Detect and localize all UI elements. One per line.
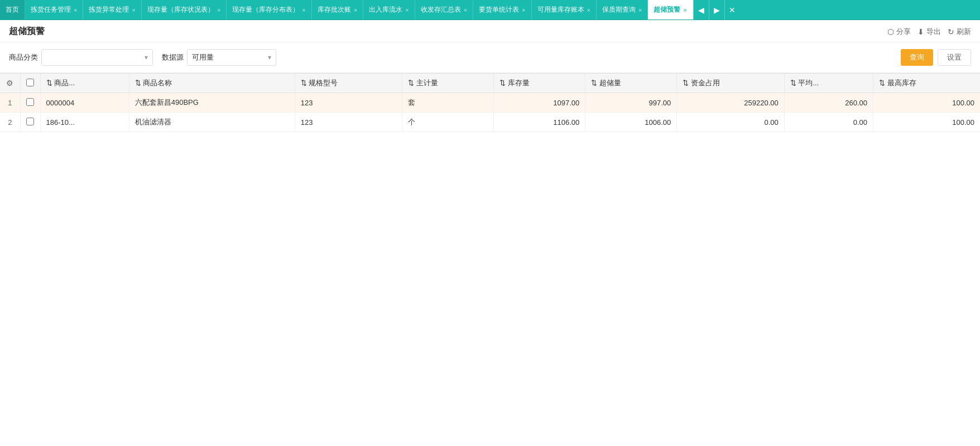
table-header-row: ⚙ ⇅ 商品... ⇅ 商品名称 ⇅ 规格型号 ⇅ 主计量 bbox=[0, 74, 980, 93]
nav-next-arrow[interactable]: ▶ bbox=[709, 0, 724, 20]
th-product-code-text: 商品... bbox=[54, 79, 75, 87]
th-capital-sort: ⇅ bbox=[683, 79, 691, 87]
nav-close-available[interactable]: × bbox=[587, 7, 590, 13]
nav-item-available[interactable]: 可用量库存账本 × bbox=[532, 0, 597, 20]
category-select-arrow: ▾ bbox=[145, 54, 148, 61]
td-checkbox[interactable] bbox=[20, 93, 40, 113]
refresh-button[interactable]: ↻ 刷新 bbox=[948, 27, 971, 37]
filter-actions: 查询 设置 bbox=[901, 49, 971, 66]
nav-close-flow[interactable]: × bbox=[405, 7, 409, 13]
share-button[interactable]: ⬡ 分享 bbox=[887, 27, 911, 37]
nav-close-abnormal[interactable]: × bbox=[132, 7, 135, 13]
th-max-stock[interactable]: ⇅ 最高库存 bbox=[873, 74, 981, 93]
th-checkbox[interactable] bbox=[20, 74, 40, 93]
row-checkbox[interactable] bbox=[26, 118, 34, 125]
nav-label-home: 首页 bbox=[6, 5, 19, 14]
datasource-select-value: 可用量 bbox=[192, 52, 214, 62]
nav-item-task-mgmt[interactable]: 拣货任务管理 × bbox=[25, 0, 83, 20]
refresh-icon: ↻ bbox=[948, 27, 954, 36]
nav-label-flow: 出入库流水 bbox=[369, 5, 402, 14]
nav-item-quality[interactable]: 保质期查询 × bbox=[597, 0, 648, 20]
page-container: 超储预警 ⬡ 分享 ⬇ 导出 ↻ 刷新 商品分类 ▾ 数据源 bbox=[0, 20, 980, 446]
nav-item-home[interactable]: 首页 bbox=[0, 0, 25, 20]
nav-item-collection[interactable]: 收发存汇总表 × bbox=[415, 0, 473, 20]
td-product-code: 186-10... bbox=[40, 113, 129, 132]
th-capital[interactable]: ⇅ 资金占用 bbox=[677, 74, 785, 93]
query-button[interactable]: 查询 bbox=[901, 49, 933, 66]
nav-item-stock-dist[interactable]: 现存量（库存分布表） × bbox=[227, 0, 311, 20]
td-unit: 个 bbox=[402, 113, 494, 132]
filter-bar: 商品分类 ▾ 数据源 可用量 ▾ 查询 设置 bbox=[0, 42, 980, 73]
nav-label-stock-status: 现存量（库存状况表） bbox=[147, 5, 214, 14]
td-capital: 259220.00 bbox=[677, 93, 785, 113]
th-product-code[interactable]: ⇅ 商品... bbox=[40, 74, 129, 93]
gear-icon[interactable]: ⚙ bbox=[6, 79, 13, 88]
datasource-select-arrow: ▾ bbox=[268, 54, 271, 61]
nav-label-task-mgmt: 拣货任务管理 bbox=[31, 5, 71, 14]
table-row: 1 0000004 六配套新昌490BPG 123 套 1097.00 997.… bbox=[0, 93, 980, 113]
nav-item-flow[interactable]: 出入库流水 × bbox=[363, 0, 415, 20]
th-product-name[interactable]: ⇅ 商品名称 bbox=[129, 74, 295, 93]
nav-close-task-mgmt[interactable]: × bbox=[74, 7, 77, 13]
th-avg[interactable]: ⇅ 平均... bbox=[784, 74, 873, 93]
th-max-stock-text: 最高库存 bbox=[887, 79, 916, 87]
td-stock: 1097.00 bbox=[494, 93, 585, 113]
th-stock-text: 库存量 bbox=[508, 79, 530, 87]
th-product-code-label: ⇅ bbox=[46, 79, 55, 87]
setting-button[interactable]: 设置 bbox=[938, 49, 971, 66]
export-button[interactable]: ⬇ 导出 bbox=[917, 27, 941, 37]
nav-close-all-arrow[interactable]: ✕ bbox=[724, 0, 740, 20]
th-settings[interactable]: ⚙ bbox=[0, 74, 20, 93]
th-spec[interactable]: ⇅ 规格型号 bbox=[295, 74, 402, 93]
nav-prev-arrow[interactable]: ◀ bbox=[693, 0, 709, 20]
top-nav: 首页 拣货任务管理 × 拣货异常处理 × 现存量（库存状况表） × 现存量（库存… bbox=[0, 0, 980, 20]
nav-item-abnormal[interactable]: 拣货异常处理 × bbox=[83, 0, 141, 20]
td-product-code: 0000004 bbox=[40, 93, 129, 113]
page-header: 超储预警 ⬡ 分享 ⬇ 导出 ↻ 刷新 bbox=[0, 20, 980, 42]
category-select[interactable]: ▾ bbox=[41, 49, 153, 66]
th-stock[interactable]: ⇅ 库存量 bbox=[494, 74, 585, 93]
nav-close-batch[interactable]: × bbox=[354, 7, 357, 13]
th-product-name-text: 商品名称 bbox=[143, 79, 172, 87]
datasource-select[interactable]: 可用量 ▾ bbox=[187, 49, 276, 66]
td-max-stock: 100.00 bbox=[873, 113, 981, 132]
header-actions: ⬡ 分享 ⬇ 导出 ↻ 刷新 bbox=[887, 27, 971, 37]
td-avg: 260.00 bbox=[784, 93, 873, 113]
datasource-filter-group: 数据源 可用量 ▾ bbox=[162, 49, 276, 66]
category-filter-group: 商品分类 ▾ bbox=[9, 49, 153, 66]
th-spec-sort: ⇅ bbox=[301, 79, 309, 87]
export-icon: ⬇ bbox=[917, 27, 924, 36]
table-row: 2 186-10... 机油滤清器 123 个 1106.00 1006.00 … bbox=[0, 113, 980, 132]
export-label: 导出 bbox=[926, 27, 941, 37]
td-product-name: 六配套新昌490BPG bbox=[129, 93, 295, 113]
th-overstock-text: 超储量 bbox=[599, 79, 621, 87]
nav-label-quality: 保质期查询 bbox=[602, 5, 636, 14]
datasource-filter-label: 数据源 bbox=[162, 52, 184, 62]
td-spec: 123 bbox=[295, 93, 402, 113]
row-checkbox[interactable] bbox=[26, 98, 34, 106]
th-overstock[interactable]: ⇅ 超储量 bbox=[585, 74, 677, 93]
nav-label-stock-dist: 现存量（库存分布表） bbox=[232, 5, 299, 14]
nav-item-stock-status[interactable]: 现存量（库存状况表） × bbox=[142, 0, 227, 20]
nav-close-quality[interactable]: × bbox=[638, 7, 642, 13]
nav-close-order-stats[interactable]: × bbox=[522, 7, 525, 13]
nav-item-batch[interactable]: 库存批次账 × bbox=[312, 0, 363, 20]
refresh-label: 刷新 bbox=[957, 27, 971, 37]
nav-close-collection[interactable]: × bbox=[464, 7, 467, 13]
td-product-name: 机油滤清器 bbox=[129, 113, 295, 132]
nav-close-stock-dist[interactable]: × bbox=[302, 7, 305, 13]
category-filter-label: 商品分类 bbox=[9, 52, 38, 62]
nav-close-stock-status[interactable]: × bbox=[217, 7, 220, 13]
nav-item-overstock[interactable]: 超储预警 × bbox=[648, 0, 693, 20]
td-checkbox[interactable] bbox=[20, 113, 40, 132]
td-max-stock: 100.00 bbox=[873, 93, 981, 113]
nav-label-available: 可用量库存账本 bbox=[537, 5, 584, 14]
th-unit[interactable]: ⇅ 主计量 bbox=[402, 74, 494, 93]
td-row-num: 1 bbox=[0, 93, 20, 113]
data-table: ⚙ ⇅ 商品... ⇅ 商品名称 ⇅ 规格型号 ⇅ 主计量 bbox=[0, 73, 980, 132]
select-all-checkbox[interactable] bbox=[26, 79, 34, 86]
nav-item-order-stats[interactable]: 要货单统计表 × bbox=[473, 0, 531, 20]
td-unit: 套 bbox=[402, 93, 494, 113]
th-unit-sort: ⇅ bbox=[408, 79, 416, 87]
nav-close-overstock[interactable]: × bbox=[683, 7, 686, 13]
